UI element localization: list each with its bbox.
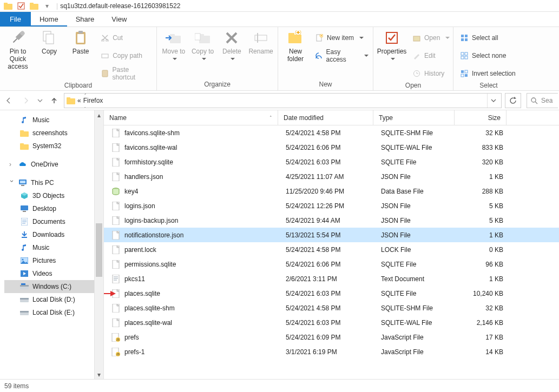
tab-share[interactable]: Share [67,12,103,26]
expand-icon[interactable]: › [9,161,15,168]
tree-item-documents[interactable]: Documents [4,215,94,228]
file-row[interactable]: logins-backup.json5/24/2021 9:44 AMJSON … [104,213,559,228]
history-button[interactable]: History [410,66,450,81]
file-row[interactable]: notificationstore.json5/13/2021 5:54 PMJ… [104,228,559,242]
tree-item-downloads[interactable]: Downloads [4,228,94,241]
move-to-button[interactable]: Move to [161,29,186,63]
col-name[interactable]: Name˄ [104,110,278,125]
address-bar-row: « Roaming›Mozilla›Firefox›Profiles›sq1u3… [0,91,559,110]
svg-rect-9 [46,34,54,44]
new-folder-button[interactable]: New folder [282,29,308,63]
file-icon [111,260,120,269]
svg-text:JS: JS [116,353,120,356]
file-row[interactable]: places.sqlite-wal5/24/2021 6:03 PMSQLITE… [104,315,559,330]
chevron-right-icon[interactable]: › [83,104,88,108]
search-icon [530,97,538,104]
tab-home[interactable]: Home [31,12,67,26]
col-size[interactable]: Size [455,110,507,125]
copy-icon [41,29,58,46]
select-all-button[interactable]: Select all [458,30,516,45]
svg-rect-23 [257,33,258,43]
address-bar[interactable]: « Roaming›Mozilla›Firefox›Profiles›sq1u3… [64,93,502,108]
rename-button[interactable]: Rename [248,29,273,56]
tree-scrollbar[interactable]: ▴ ▾ [94,110,103,379]
tab-view[interactable]: View [103,12,135,26]
expand-icon[interactable]: › [8,180,16,185]
copy-button[interactable]: Copy [36,29,63,56]
search-box[interactable]: Sea [527,93,558,108]
refresh-button[interactable] [505,93,521,108]
tree-item-thispc[interactable]: › This PC [4,176,94,189]
invert-selection-button[interactable]: Invert selection [458,66,516,81]
new-item-button[interactable]: New item [313,30,369,45]
file-row[interactable]: favicons.sqlite-shm5/24/2021 4:58 PMSQLI… [104,125,559,140]
tree-item-desktop[interactable]: Desktop [4,202,94,215]
tree-item-music2[interactable]: Music [4,241,94,254]
breadcrumb-overflow[interactable]: « [77,97,81,104]
file-icon [111,172,120,181]
chevron-right-icon[interactable]: › [83,93,88,97]
address-dropdown[interactable] [487,94,499,108]
delete-button[interactable]: Delete [220,29,245,63]
file-row[interactable]: pkcs112/6/2021 3:11 PMText Document1 KB [104,271,559,286]
tree-item-localdisk-d[interactable]: Local Disk (D:) [4,293,94,306]
file-row[interactable]: favicons.sqlite-wal5/24/2021 6:06 PMSQLI… [104,140,559,155]
recent-locations-button[interactable] [36,93,44,108]
copy-to-button[interactable]: Copy to [190,29,215,63]
file-row[interactable]: places.sqlite-shm5/24/2021 4:58 PMSQLITE… [104,301,559,315]
file-row[interactable]: JSprefs-13/1/2021 6:19 PMJavaScript File… [104,344,559,359]
cut-button[interactable]: Cut [98,30,152,45]
file-date: 5/24/2021 4:58 PM [280,304,376,312]
tree-item-system32[interactable]: System32 [4,139,94,152]
file-row[interactable]: logins.json5/24/2021 12:26 PMJSON File5 … [104,198,559,213]
file-date: 5/24/2021 4:58 PM [280,129,376,137]
paste-button[interactable]: Paste [67,29,94,56]
tree-item-onedrive[interactable]: › OneDrive [4,158,94,171]
file-row[interactable]: parent.lock5/24/2021 4:58 PMLOCK File0 K… [104,242,559,257]
up-button[interactable] [47,93,62,108]
qat-properties[interactable] [15,1,27,11]
file-icon [111,143,120,152]
file-row[interactable]: JSprefs5/24/2021 6:09 PMJavaScript File1… [104,330,559,344]
file-row[interactable]: handlers.json4/25/2021 11:07 AMJSON File… [104,169,559,184]
file-row[interactable]: permissions.sqlite5/24/2021 6:06 PMSQLIT… [104,257,559,271]
tab-file[interactable]: File [0,12,31,26]
file-list[interactable]: Name˄ Date modified Type Size favicons.s… [104,110,559,379]
file-icon [111,318,120,327]
back-button[interactable] [1,93,16,108]
easy-access-button[interactable]: Easy access [313,48,369,63]
breadcrumb-segment[interactable]: Firefox [83,97,203,104]
col-type[interactable]: Type [373,110,455,125]
forward-button[interactable] [18,93,34,108]
open-button[interactable]: Open [410,30,450,45]
file-row[interactable]: key411/25/2020 9:46 PMData Base File288 … [104,184,559,198]
tree-item-videos[interactable]: Videos [4,267,94,280]
column-headers[interactable]: Name˄ Date modified Type Size [104,110,559,125]
svg-rect-56 [21,205,28,210]
navigation-pane[interactable]: Music screenshots System32 › OneDrive › … [0,110,104,379]
file-name: notificationstore.json [124,231,183,239]
svg-rect-42 [465,70,468,73]
tree-item-localdisk-e[interactable]: Local Disk (E:) [4,306,94,319]
pin-to-quick-access-button[interactable]: Pin to Quick access [4,29,31,70]
file-row[interactable]: formhistory.sqlite5/24/2021 6:03 PMSQLIT… [104,155,559,169]
col-date[interactable]: Date modified [278,110,373,125]
paste-shortcut-button[interactable]: Paste shortcut [98,66,152,81]
tree-item-screenshots[interactable]: screenshots [4,127,94,139]
tree-item-windows-c[interactable]: Windows (C:) [4,280,94,293]
qat-customize[interactable]: ▾ [41,1,53,11]
file-size: 0 KB [457,246,509,254]
svg-point-62 [22,259,24,261]
tree-item-3dobjects[interactable]: 3D Objects [4,189,94,202]
file-type: JSON File [376,202,457,210]
edit-button[interactable]: Edit [410,48,450,63]
file-row[interactable]: places.sqlite5/24/2021 6:03 PMSQLITE Fil… [104,286,559,301]
select-none-button[interactable]: Select none [458,48,516,63]
properties-button[interactable]: Properties [378,29,406,63]
svg-rect-15 [102,54,108,58]
file-icon [111,275,120,283]
copy-path-button[interactable]: Copy path [98,48,152,63]
open-icon [412,34,421,42]
tree-item-music[interactable]: Music [4,114,94,127]
tree-item-pictures[interactable]: Pictures [4,254,94,267]
